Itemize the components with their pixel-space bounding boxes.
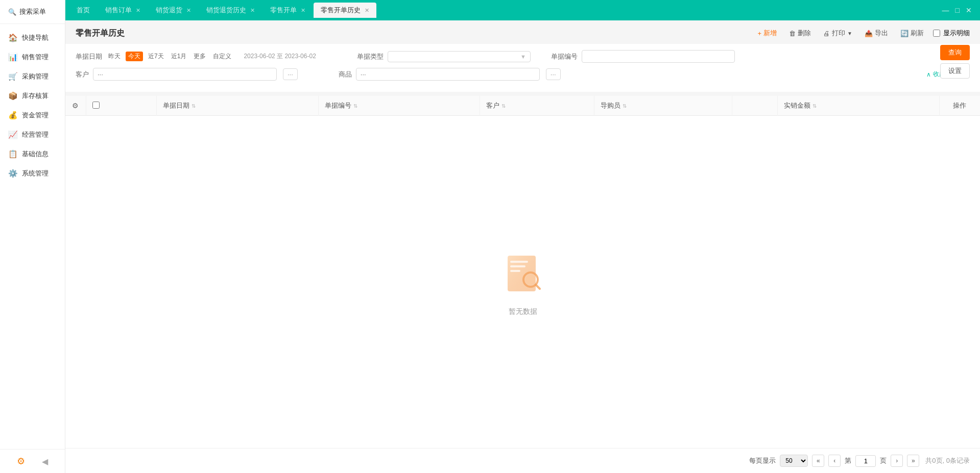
total-info: 共0页, 0条记录 — [925, 456, 970, 465]
svg-rect-3 — [510, 270, 520, 272]
gear-icon: ⚙️ — [8, 169, 18, 178]
last7days-shortcut[interactable]: 近7天 — [146, 52, 166, 61]
type-filter-label: 单据类型 — [357, 52, 384, 61]
close-button[interactable]: ✕ — [966, 6, 972, 14]
sort-icon-number: ⇅ — [353, 103, 357, 109]
tab-home[interactable]: 首页 — [69, 3, 97, 18]
content-area: 零售开单历史 + 新增 🗑 删除 🖨 打印 ▼ 📤 导出 — [65, 20, 980, 473]
refresh-button[interactable]: 🔄 刷新 — [897, 27, 927, 40]
sidebar-item-inventory[interactable]: 📦 库存核算 — [0, 86, 65, 106]
th-number-label: 单据编号 — [325, 101, 351, 110]
export-icon: 📤 — [865, 30, 873, 37]
money-icon: 💰 — [8, 111, 18, 120]
tab-close-icon[interactable]: ✕ — [186, 7, 191, 14]
tab-home-label: 首页 — [77, 6, 90, 14]
customer-ellipsis-button[interactable]: ··· — [283, 68, 298, 80]
last-page-button[interactable]: » — [907, 455, 919, 467]
settings-footer-icon[interactable]: ⚙ — [17, 456, 25, 467]
collapse-sidebar-icon[interactable]: ◀ — [42, 457, 48, 466]
first-page-button[interactable]: « — [812, 455, 824, 467]
sidebar-item-label: 基础信息 — [22, 150, 49, 159]
custom-shortcut[interactable]: 自定义 — [211, 52, 233, 61]
th-number[interactable]: 单据编号 ⇅ — [318, 96, 480, 116]
info-icon: 📋 — [8, 150, 18, 159]
th-guide[interactable]: 导购员 ⇅ — [594, 96, 732, 116]
number-filter: 单据编号 — [551, 50, 735, 63]
goods-input[interactable] — [356, 68, 540, 81]
box-icon: 📦 — [8, 91, 18, 101]
tab-sales-return[interactable]: 销货退货 ✕ — [149, 3, 198, 18]
sidebar-item-purchase-mgmt[interactable]: 🛒 采购管理 — [0, 67, 65, 86]
page-number-input[interactable] — [855, 455, 876, 467]
sidebar-item-operations[interactable]: 📈 经营管理 — [0, 125, 65, 144]
type-select[interactable]: ▼ — [388, 51, 531, 62]
operations-icon: 📈 — [8, 130, 18, 139]
th-checkbox — [86, 96, 157, 116]
add-button[interactable]: + 新增 — [755, 27, 780, 40]
th-customer-label: 客户 — [486, 101, 499, 110]
tab-label: 零售开单 — [270, 6, 297, 15]
tab-close-icon[interactable]: ✕ — [365, 7, 369, 14]
tab-retail-open-history[interactable]: 零售开单历史 ✕ — [314, 3, 376, 18]
th-guide-label: 导购员 — [601, 101, 620, 110]
last1month-shortcut[interactable]: 近1月 — [169, 52, 189, 61]
tab-sales-order[interactable]: 销售订单 ✕ — [98, 3, 148, 18]
delete-button[interactable]: 🗑 删除 — [786, 27, 814, 40]
table-header-row: ⚙ 单据日期 ⇅ 单据编号 — [65, 96, 980, 116]
page-header: 零售开单历史 + 新增 🗑 删除 🖨 打印 ▼ 📤 导出 — [65, 20, 980, 44]
print-dropdown-icon: ▼ — [847, 31, 852, 36]
sidebar-item-quick-nav[interactable]: 🏠 快捷导航 — [0, 28, 65, 47]
print-button[interactable]: 🖨 打印 ▼ — [820, 27, 855, 40]
today-shortcut[interactable]: 今天 — [126, 52, 143, 61]
yesterday-shortcut[interactable]: 昨天 — [106, 52, 123, 61]
query-button[interactable]: 查询 — [940, 45, 970, 60]
th-actions: 操作 — [939, 96, 980, 116]
th-date-label: 单据日期 — [163, 101, 189, 110]
pagination: 每页显示 50 10 20 100 « ‹ 第 页 › » 共0页, 0条记录 — [65, 448, 980, 473]
th-amount[interactable]: 实销金额 ⇅ — [778, 96, 939, 116]
page-word: 第 — [845, 456, 851, 465]
sidebar-item-label: 系统管理 — [22, 169, 49, 178]
sidebar-item-sales-mgmt[interactable]: 📊 销售管理 — [0, 47, 65, 67]
delete-label: 删除 — [798, 29, 811, 38]
th-actions-label: 操作 — [953, 102, 966, 109]
next-page-button[interactable]: › — [891, 455, 903, 467]
sort-icon-customer: ⇅ — [501, 103, 506, 109]
prev-page-button[interactable]: ‹ — [828, 455, 841, 467]
th-customer[interactable]: 客户 ⇅ — [480, 96, 594, 116]
display-detail-checkbox[interactable] — [933, 30, 940, 37]
display-detail-toggle[interactable]: 显示明细 — [933, 29, 970, 38]
more-shortcut[interactable]: 更多 — [192, 52, 208, 61]
goods-filter: 商品 ··· — [339, 68, 561, 81]
date-filter-label: 单据日期 — [76, 52, 102, 61]
tabs-bar: 首页 销售订单 ✕ 销货退货 ✕ 销货退货历史 ✕ 零售开单 ✕ 零售开单历史 … — [65, 0, 980, 20]
sidebar-nav: 🏠 快捷导航 📊 销售管理 🛒 采购管理 📦 库存核算 💰 资金管理 📈 经营管… — [0, 24, 65, 449]
search-menu-item[interactable]: 🔍 搜索采单 — [0, 0, 65, 24]
display-detail-label: 显示明细 — [943, 29, 970, 38]
collapse-icon: ∧ — [926, 71, 931, 78]
per-page-select[interactable]: 50 10 20 100 — [780, 455, 808, 467]
settings-button[interactable]: 设置 — [940, 63, 970, 79]
th-date[interactable]: 单据日期 ⇅ — [157, 96, 318, 116]
customer-input[interactable] — [93, 68, 277, 81]
sidebar-item-finance[interactable]: 💰 资金管理 — [0, 106, 65, 125]
export-button[interactable]: 📤 导出 — [862, 27, 891, 40]
customer-filter: 客户 ··· — [76, 68, 298, 81]
table-settings-icon[interactable]: ⚙ — [72, 102, 79, 110]
sidebar-item-basic-info[interactable]: 📋 基础信息 — [0, 144, 65, 164]
tab-retail-open[interactable]: 零售开单 ✕ — [263, 3, 313, 18]
number-input[interactable] — [582, 50, 735, 63]
empty-illustration — [497, 248, 548, 299]
tab-sales-return-history[interactable]: 销货退货历史 ✕ — [199, 3, 262, 18]
tab-label: 销货退货 — [156, 6, 182, 15]
tab-close-icon[interactable]: ✕ — [250, 7, 255, 14]
tab-close-icon[interactable]: ✕ — [301, 7, 305, 14]
tab-close-icon[interactable]: ✕ — [136, 7, 140, 14]
tab-label: 销售订单 — [105, 6, 132, 15]
page-title: 零售开单历史 — [76, 28, 125, 39]
select-all-checkbox[interactable] — [92, 102, 100, 109]
maximize-button[interactable]: □ — [955, 6, 960, 14]
minimize-button[interactable]: — — [942, 6, 949, 14]
sidebar-item-system-mgmt[interactable]: ⚙️ 系统管理 — [0, 164, 65, 183]
goods-ellipsis-button[interactable]: ··· — [546, 68, 561, 80]
